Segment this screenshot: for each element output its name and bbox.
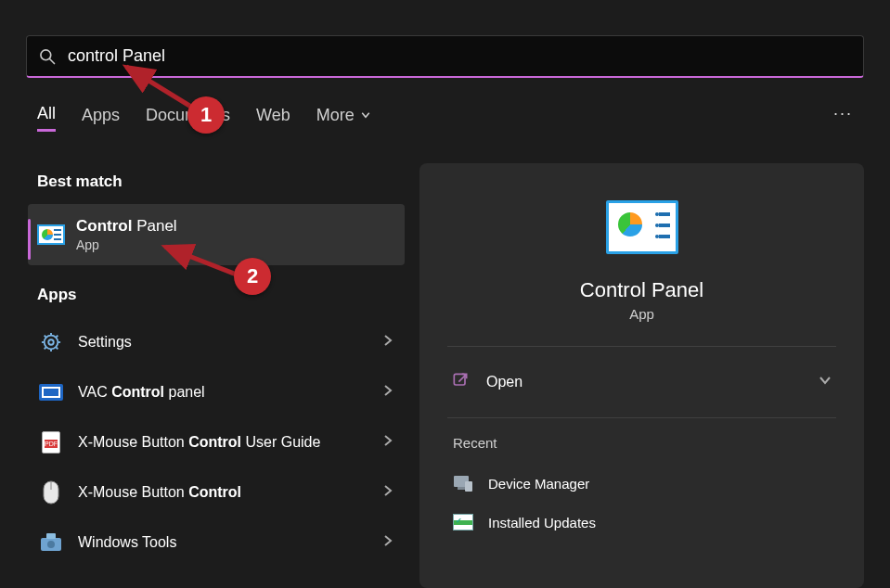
mouse-icon — [37, 479, 65, 506]
search-icon — [38, 47, 57, 66]
preview-title: Control Panel — [580, 278, 703, 302]
preview-subtitle: App — [629, 306, 654, 322]
recent-item[interactable]: ✔Installed Updates — [447, 503, 836, 542]
preview-pane: Control Panel App Open Recent Device Man… — [419, 163, 864, 588]
app-result-label: X-Mouse Button Control User Guide — [78, 434, 320, 451]
tab-more-label: More — [316, 106, 355, 125]
open-icon — [451, 371, 470, 393]
section-best-match: Best match — [37, 173, 395, 191]
vac-icon — [37, 378, 65, 406]
tab-more[interactable]: More — [316, 106, 371, 131]
svg-rect-20 — [465, 481, 472, 492]
filter-tabs: All Apps Documents Web More ··· — [37, 104, 853, 132]
svg-line-11 — [57, 336, 58, 338]
app-result-item[interactable]: X-Mouse Button Control — [28, 467, 405, 518]
section-apps: Apps — [37, 286, 395, 304]
app-result-item[interactable]: Windows Tools — [28, 518, 405, 568]
tab-apps[interactable]: Apps — [82, 106, 120, 131]
app-result-item[interactable]: VAC Control panel — [28, 367, 405, 417]
svg-point-3 — [48, 339, 54, 345]
tab-documents[interactable]: Documents — [146, 106, 230, 131]
recent-heading: Recent — [453, 435, 831, 451]
chevron-right-icon[interactable] — [381, 533, 395, 552]
chevron-right-icon[interactable] — [381, 483, 395, 502]
chevron-right-icon[interactable] — [381, 383, 395, 402]
results-column: Best match Control Panel App Apps Settin… — [28, 163, 405, 568]
open-action[interactable]: Open — [451, 371, 522, 393]
best-match-title: Control Panel — [76, 217, 177, 236]
expand-actions-button[interactable] — [818, 373, 832, 391]
search-input[interactable] — [66, 45, 852, 67]
svg-line-10 — [45, 348, 46, 350]
svg-rect-19 — [458, 487, 465, 490]
app-result-item[interactable]: PDFX-Mouse Button Control User Guide — [28, 417, 405, 467]
app-result-label: X-Mouse Button Control — [78, 484, 241, 501]
tools-icon — [37, 529, 65, 556]
recent-item-label: Device Manager — [488, 476, 589, 492]
recent-item[interactable]: Device Manager — [447, 464, 836, 503]
svg-rect-15 — [46, 533, 56, 539]
device-manager-icon — [453, 473, 473, 493]
search-bar[interactable] — [26, 35, 864, 78]
tab-all[interactable]: All — [37, 104, 56, 132]
app-result-label: Windows Tools — [78, 534, 176, 551]
chevron-right-icon[interactable] — [381, 333, 395, 352]
tab-web[interactable]: Web — [256, 106, 290, 131]
updates-icon: ✔ — [453, 512, 473, 532]
svg-line-9 — [57, 348, 58, 350]
app-result-item[interactable]: Settings — [28, 317, 405, 367]
overflow-menu-button[interactable]: ··· — [833, 104, 853, 123]
svg-point-2 — [45, 336, 58, 350]
control-panel-icon — [37, 221, 65, 249]
svg-point-16 — [47, 541, 55, 548]
selection-indicator — [28, 219, 31, 260]
svg-line-8 — [45, 336, 46, 338]
chevron-right-icon[interactable] — [381, 433, 395, 452]
app-result-label: Settings — [78, 334, 132, 351]
app-result-label: VAC Control panel — [78, 384, 205, 401]
svg-rect-17 — [454, 374, 465, 385]
settings-icon — [37, 328, 65, 356]
open-label: Open — [486, 374, 522, 390]
svg-line-1 — [50, 58, 55, 63]
best-match-result[interactable]: Control Panel App — [28, 204, 405, 265]
recent-item-label: Installed Updates — [488, 515, 596, 530]
pdf-icon: PDF — [37, 428, 65, 456]
best-match-subtitle: App — [76, 237, 177, 252]
preview-app-icon — [606, 200, 678, 254]
